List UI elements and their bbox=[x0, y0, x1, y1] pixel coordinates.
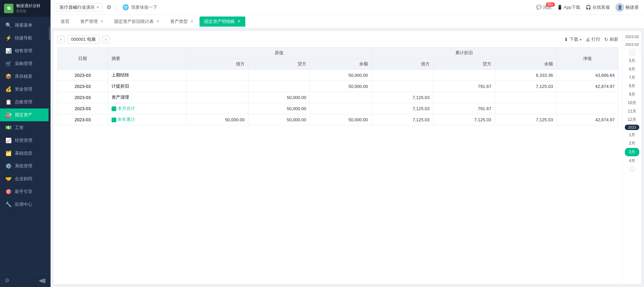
sidebar-item-资金管理[interactable]: 💰资金管理 bbox=[0, 83, 49, 96]
refresh-icon: ↻ bbox=[604, 37, 608, 42]
tab-close-4[interactable]: ✕ bbox=[238, 19, 241, 24]
cell-orig-credit-1 bbox=[248, 81, 310, 92]
rs-month-11月[interactable]: 11月 bbox=[623, 107, 641, 116]
rs-collapse-icon[interactable]: › bbox=[630, 50, 635, 55]
rs-month-5月[interactable]: 5月 bbox=[623, 57, 641, 65]
tab-label-2: 固定资产折旧统计表 bbox=[114, 19, 154, 25]
rs-month-2023-4月[interactable]: 4月 bbox=[623, 157, 641, 165]
asset-code[interactable]: 000001 电脑 bbox=[67, 35, 99, 44]
th-orig-balance: 余额 bbox=[310, 59, 371, 70]
rs-month-10月[interactable]: 10月 bbox=[623, 99, 641, 107]
rs-month-2023-2月[interactable]: 2月 bbox=[623, 139, 641, 148]
sidebar-scrollbar-thumb[interactable] bbox=[49, 27, 50, 40]
sidebar-label-4: 库存核算 bbox=[15, 73, 32, 79]
rs-top-date-2: 2023.03 bbox=[623, 41, 641, 49]
sidebar-icon-1: ⚡ bbox=[5, 35, 11, 41]
tab-1[interactable]: 资产管理✕ bbox=[75, 17, 108, 27]
next-asset-btn[interactable]: › bbox=[102, 36, 110, 43]
tab-close-2[interactable]: ✕ bbox=[156, 19, 159, 24]
sidebar-icon-8: 💵 bbox=[5, 125, 11, 131]
app-download-btn[interactable]: 📱 App下载 bbox=[557, 4, 580, 10]
cell-accum-credit-3: 791.67 bbox=[433, 103, 495, 114]
experience-icon: 🌐 bbox=[122, 4, 129, 10]
cell-orig-balance-1: 50,000.00 bbox=[310, 81, 371, 92]
notification-icon: 💬 bbox=[536, 5, 542, 10]
tab-label-3: 资产类型 bbox=[170, 19, 188, 25]
sidebar-item-总账管理[interactable]: 📋总账管理 bbox=[0, 96, 49, 108]
cell-orig-credit-4: 50,000.00 bbox=[248, 114, 310, 125]
company-name: 医疗器械行业演示 bbox=[60, 4, 95, 10]
sidebar-item-搜索菜单[interactable]: 🔍搜索菜单 bbox=[0, 19, 49, 32]
notification-badge: 99+ bbox=[546, 2, 555, 7]
rs-expand-btn-top[interactable]: 2023.03 bbox=[623, 33, 641, 41]
settings-icon[interactable]: ⚙ bbox=[5, 277, 9, 284]
sidebar-label-3: 采购管理 bbox=[15, 61, 32, 67]
tab-3[interactable]: 资产类型✕ bbox=[165, 17, 198, 27]
sidebar-item-销售管理[interactable]: 📊销售管理 bbox=[0, 44, 49, 57]
settings-gear-icon[interactable]: ⚙ bbox=[106, 4, 111, 10]
cell-accum-debit-0 bbox=[371, 70, 433, 81]
sidebar-item-新手引导[interactable]: 🎯新手引导 bbox=[0, 185, 49, 198]
sidebar-label-5: 资金管理 bbox=[15, 86, 32, 92]
sidebar-item-应用中心[interactable]: 🔧应用中心 bbox=[0, 198, 49, 211]
rs-month-8月[interactable]: 8月 bbox=[623, 82, 641, 90]
rs-month-2023-1月[interactable]: 1月 bbox=[623, 131, 641, 139]
cell-accum-credit-0 bbox=[433, 70, 495, 81]
sidebar-label-7: 固定资产 bbox=[15, 112, 32, 118]
cell-date-0: 2023-03 bbox=[58, 70, 108, 81]
cell-net-value-4: 42,874.97 bbox=[556, 114, 618, 125]
sidebar-icon-6: 📋 bbox=[5, 99, 11, 105]
cell-accum-debit-2: 7,125.03 bbox=[371, 92, 433, 103]
sidebar-item-快捷导航[interactable]: ⚡快捷导航 bbox=[0, 32, 49, 44]
download-btn[interactable]: ⬇ 下载 ▾ bbox=[564, 36, 581, 42]
table-row-2: 2023-03 资产清理 50,000.00 7,125.03 bbox=[58, 92, 618, 103]
tab-0[interactable]: 首页 bbox=[56, 17, 74, 27]
print-btn[interactable]: 🖨 打印 bbox=[585, 36, 600, 42]
cell-orig-debit-4: 50,000.00 bbox=[186, 114, 248, 125]
cell-orig-balance-3 bbox=[310, 103, 371, 114]
sidebar-item-企业协同[interactable]: 🤝企业协同 bbox=[0, 172, 49, 185]
sidebar-item-系统管理[interactable]: ⚙️系统管理 bbox=[0, 160, 49, 172]
sidebar-item-基础信息[interactable]: 🗂️基础信息 bbox=[0, 147, 49, 160]
user-profile-btn[interactable]: 👤 畅捷通 bbox=[615, 3, 639, 12]
cell-orig-debit-3 bbox=[186, 103, 248, 114]
rs-top-date-1: 2023.03 bbox=[625, 35, 639, 39]
rs-bottom-expand[interactable]: ↓ bbox=[630, 166, 635, 172]
collapse-sidebar-icon[interactable]: ◀▮ bbox=[39, 277, 46, 284]
prev-asset-btn[interactable]: ‹ bbox=[57, 36, 65, 43]
rs-month-7月[interactable]: 7月 bbox=[623, 73, 641, 82]
tab-close-1[interactable]: ✕ bbox=[100, 19, 103, 24]
sidebar-item-工资[interactable]: 💵工资 bbox=[0, 121, 49, 134]
cell-accum-balance-4: 7,125.03 bbox=[495, 114, 556, 125]
cell-net-value-1: 42,874.97 bbox=[556, 81, 618, 92]
sidebar-item-固定资产[interactable]: 🏭固定资产 bbox=[0, 108, 49, 121]
company-selector[interactable]: 医疗器械行业演示 ▾ bbox=[56, 3, 102, 12]
refresh-btn[interactable]: ↻ 刷新 bbox=[604, 36, 618, 42]
sidebar-item-采购管理[interactable]: 🛒采购管理 bbox=[0, 57, 49, 70]
sidebar-label-8: 工资 bbox=[15, 125, 24, 131]
rs-month-12月[interactable]: 12月 bbox=[623, 116, 641, 124]
tab-label-0: 首页 bbox=[61, 19, 69, 25]
tab-2[interactable]: 固定资产折旧统计表✕ bbox=[110, 17, 164, 27]
tab-4[interactable]: 固定资产明细账✕ bbox=[200, 17, 245, 27]
cell-accum-debit-4: 7,125.03 bbox=[371, 114, 433, 125]
cell-orig-debit-2 bbox=[186, 92, 248, 103]
cell-date-1: 2023-03 bbox=[58, 81, 108, 92]
rs-month-6月[interactable]: 6月 bbox=[623, 65, 641, 73]
cell-orig-balance-2 bbox=[310, 92, 371, 103]
sidebar-item-经营管理[interactable]: 📈经营管理 bbox=[0, 134, 49, 147]
cell-accum-balance-3 bbox=[495, 103, 556, 114]
rs-month-2023-3月[interactable]: 3月 bbox=[625, 148, 639, 156]
table-row-1: 2023-03 计提折旧 50,000.00 791.67 7,125.03 4… bbox=[58, 81, 618, 92]
tab-close-3[interactable]: ✕ bbox=[190, 19, 193, 24]
experience-btn[interactable]: 🌐 我要体验一下 bbox=[122, 4, 157, 10]
download-icon: ⬇ bbox=[564, 37, 568, 42]
notification-btn[interactable]: 💬 消息 99+ bbox=[536, 4, 552, 10]
content-area: ‹ 000001 电脑 › ⬇ 下载 ▾ 🖨 打印 ↻ bbox=[53, 31, 641, 284]
sidebar-item-库存核算[interactable]: 📦库存核算 bbox=[0, 70, 49, 83]
sidebar-menu: 🔍搜索菜单⚡快捷导航📊销售管理🛒采购管理📦库存核算💰资金管理📋总账管理🏭固定资产… bbox=[0, 17, 49, 274]
cell-date-4: 2023-03 bbox=[58, 114, 108, 125]
rs-month-9月[interactable]: 9月 bbox=[623, 90, 641, 99]
cell-summary-3: 本月合计 bbox=[108, 103, 186, 114]
customer-service-btn[interactable]: 🎧 在线客服 bbox=[586, 4, 610, 10]
